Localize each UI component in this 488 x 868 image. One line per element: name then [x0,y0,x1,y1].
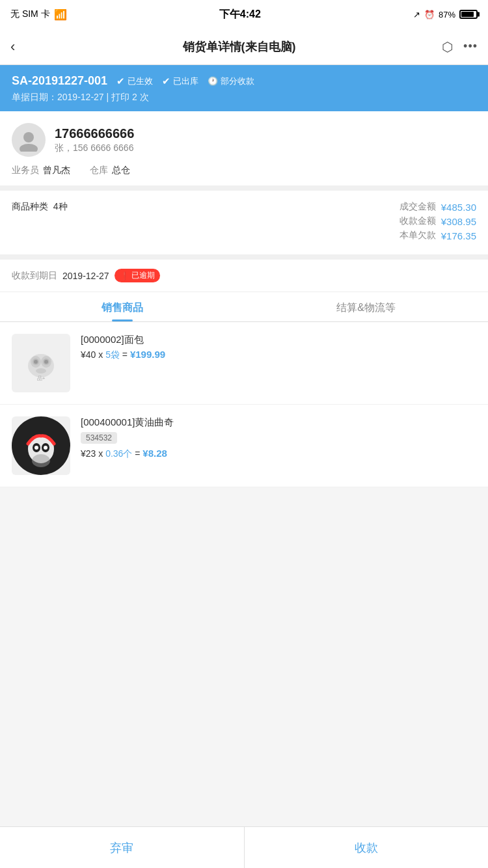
svg-point-7 [34,360,38,364]
status-label-3: 部分收款 [221,75,254,87]
bottom-bar: 弃审 收款 [0,826,488,868]
cookie-qty: 0.36个 [105,448,132,459]
product-price-cookie: ¥23 x 0.36个 = ¥8.28 [81,448,476,460]
warehouse-label: 仓库 [90,165,108,176]
received-value: ¥308.95 [441,216,476,227]
page-title: 销货单详情(来自电脑) [36,39,442,55]
status-badge-effective: ✔ 已生效 [116,75,153,87]
due-amount-value: ¥176.35 [441,230,476,241]
received-label: 收款金额 [400,215,436,227]
summary-right: 成交金额 ¥485.30 收款金额 ¥308.95 本单欠款 ¥176.35 [400,201,476,244]
order-meta: 单据日期：2019-12-27 | 打印 2 次 [12,92,476,103]
order-id: SA-20191227-001 [12,74,107,88]
total-amount-row: 成交金额 ¥485.30 [400,201,476,213]
list-item: 品+ [0000002]面包 ¥40 x 5袋 = ¥199.99 [0,322,488,405]
total-value: ¥485.30 [441,202,476,213]
svg-point-1 [20,144,38,152]
tabs-section: 销售商品 结算&物流等 [0,292,488,322]
svg-point-8 [44,360,48,364]
svg-point-15 [34,446,38,450]
list-item: [000400001]黄油曲奇 534532 ¥23 x 0.36个 = ¥8.… [0,405,488,487]
overdue-badge: ❗ 已逾期 [115,269,160,282]
order-header: SA-20191227-001 ✔ 已生效 ✔ 已出库 🕐 部分收款 单据日期：… [0,65,488,111]
types-value: 4种 [53,201,68,211]
back-button[interactable]: ‹ [10,38,36,55]
status-label-1: 已生效 [128,75,153,87]
tab-settlement-label: 结算&物流等 [336,302,396,313]
due-date-value: 2019-12-27 [62,271,109,281]
tab-sales-products[interactable]: 销售商品 [0,292,244,321]
status-badge-shipped: ✔ 已出库 [162,75,198,87]
battery-icon [459,10,478,19]
svg-text:品+: 品+ [37,375,46,381]
customer-section: 17666666666 张，156 6666 6666 业务员 曾凡杰 仓库 总… [0,111,488,191]
product-types: 商品种类 4种 [12,201,68,213]
nav-actions: ⬡ ••• [442,39,478,55]
location-icon: ↗ [413,10,420,20]
product-price-bread: ¥40 x 5袋 = ¥199.99 [81,349,476,361]
summary-left: 商品种类 4种 [12,201,68,213]
status-time: 下午4:42 [219,8,261,21]
more-icon[interactable]: ••• [463,40,478,53]
cookie-base-price: ¥23 [81,448,96,459]
svg-point-2 [28,354,54,377]
salesperson-item: 业务员 曾凡杰 [12,165,70,176]
battery-percent: 87% [439,10,455,20]
svg-point-16 [44,446,47,450]
order-date: 单据日期：2019-12-27 [12,92,104,102]
status-label-2: 已出库 [173,75,198,87]
product-thumbnail-bread: 品+ [12,334,70,392]
summary-section: 商品种类 4种 成交金额 ¥485.30 收款金额 ¥308.95 本单欠款 ¥… [0,191,488,260]
svg-point-9 [36,368,46,373]
order-separator: | [107,92,112,102]
bread-total: ¥199.99 [130,349,165,360]
bread-qty: 5袋 [105,349,120,360]
wifi-icon: 📶 [54,8,67,21]
status-badge-partial: 🕐 部分收款 [208,75,254,87]
due-amount-label: 本单欠款 [400,230,436,241]
warehouse-item: 仓库 总仓 [90,165,130,176]
due-date-label: 收款到期日 [12,270,57,282]
tabs: 销售商品 结算&物流等 [0,292,488,321]
avatar [12,123,46,157]
svg-point-0 [23,132,34,142]
product-variant-cookie: 534532 [81,432,117,444]
svg-point-17 [32,454,50,467]
product-info-bread: [0000002]面包 ¥40 x 5袋 = ¥199.99 [81,334,476,361]
overdue-dot-icon: ❗ [120,271,129,280]
overdue-label: 已逾期 [131,270,155,281]
types-label: 商品种类 [12,201,48,211]
total-label: 成交金额 [400,201,436,213]
customer-info: 17666666666 张，156 6666 6666 [55,126,134,154]
status-left: 无 SIM 卡 📶 [10,8,67,21]
customer-name: 17666666666 [55,126,134,141]
confirm-button[interactable]: 收款 [245,827,489,868]
bread-base-price: ¥40 [81,349,96,360]
tab-sales-label: 销售商品 [102,302,143,313]
check-icon-2: ✔ [162,75,170,87]
cookie-total: ¥8.28 [142,448,167,459]
salesperson-label: 业务员 [12,165,39,176]
status-right: ↗ ⏰ 87% [413,10,478,20]
share-icon[interactable]: ⬡ [442,39,453,55]
check-icon-1: ✔ [116,75,125,87]
product-name-bread: [0000002]面包 [81,334,476,346]
warehouse-value: 总仓 [112,165,130,176]
received-amount-row: 收款金额 ¥308.95 [400,215,476,227]
due-amount-row: 本单欠款 ¥176.35 [400,230,476,241]
customer-sub: 张，156 6666 6666 [55,142,134,154]
nav-bar: ‹ 销货单详情(来自电脑) ⬡ ••• [0,29,488,65]
status-bar: 无 SIM 卡 📶 下午4:42 ↗ ⏰ 87% [0,0,488,29]
products-section: 品+ [0000002]面包 ¥40 x 5袋 = ¥199.99 [0,322,488,487]
alarm-icon: ⏰ [424,10,435,20]
product-info-cookie: [000400001]黄油曲奇 534532 ¥23 x 0.36个 = ¥8.… [81,416,476,460]
order-print: 打印 2 次 [111,92,149,102]
clock-icon: 🕐 [208,76,218,86]
cancel-button[interactable]: 弃审 [0,827,245,868]
tab-settlement[interactable]: 结算&物流等 [244,292,488,321]
salesperson-value: 曾凡杰 [43,165,70,176]
product-thumbnail-cookie [12,416,70,475]
product-name-cookie: [000400001]黄油曲奇 [81,416,476,429]
due-section: 收款到期日 2019-12-27 ❗ 已逾期 [0,260,488,292]
carrier-text: 无 SIM 卡 [10,8,50,20]
